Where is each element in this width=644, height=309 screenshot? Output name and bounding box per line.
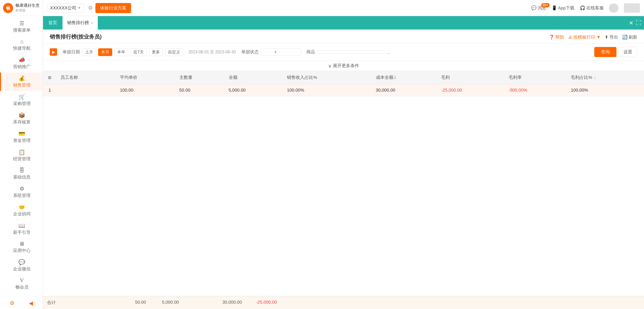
sort-icon[interactable]: ↕ xyxy=(594,75,596,80)
sidebar-item-guide[interactable]: 📖 新手引导 xyxy=(0,220,43,238)
app-download-button[interactable]: 📱 App下载 xyxy=(552,5,574,11)
sidebar-item-label: 应用中心 xyxy=(13,248,31,254)
sidebar-item-label: 快捷导航 xyxy=(13,45,31,51)
system-icon: ⚙ xyxy=(19,186,24,192)
data-table: ⚙ 员工名称 平均单价 主数量 全额 销售收入占比% 成本全额 ℹ 毛利 毛利率 xyxy=(43,71,644,96)
more-filter-dots[interactable]: ... xyxy=(386,49,390,55)
question-icon: ❓ xyxy=(549,35,554,40)
status-filter-group: 单据状态 ▼ xyxy=(241,49,301,56)
sidebar-item-label: 搜索菜单 xyxy=(13,27,31,33)
expand-arrow[interactable]: ▶ xyxy=(50,48,57,56)
sidebar-item-purchase[interactable]: 🛒 采购管理 xyxy=(0,91,43,109)
svg-text:畅: 畅 xyxy=(6,6,10,11)
td-employee xyxy=(56,84,116,96)
sidebar-item-inventory[interactable]: 📦 库存核算 xyxy=(0,109,43,128)
sidebar-item-enterprise[interactable]: 🤝 企业协同 xyxy=(0,201,43,220)
sidebar-item-search[interactable]: ☰ 搜索菜单 xyxy=(0,17,43,36)
filter-bar: ▶ 单据日期 上月 本月 本年 近7天 更多 自定义 2023-06-01 至 … xyxy=(43,44,644,61)
main-content: XXXXXX公司 ▼ ⚙ 体验行业方案 💬 消息 99+ 📱 App下载 🎧 在… xyxy=(43,0,644,309)
collapse-icon[interactable]: ◀ xyxy=(29,300,33,306)
export-button[interactable]: ⬆ 导出 xyxy=(605,34,618,40)
tab-active-label: 销售排行榜 xyxy=(67,20,89,26)
sidebar-item-label: 畅会员 xyxy=(15,284,29,290)
cost-info-icon[interactable]: ℹ xyxy=(394,75,396,80)
table-footer: 合计 50.00 5,000.00 30,000.00 -25,000.00 xyxy=(43,296,644,309)
message-button[interactable]: 💬 消息 99+ xyxy=(531,5,546,11)
date-filter-label: 单据日期 xyxy=(62,49,80,55)
sidebar-item-member[interactable]: V 畅会员 xyxy=(0,275,43,293)
refresh-icon: 🔄 xyxy=(622,35,628,40)
td-profit-ratio: 100.00% xyxy=(567,84,644,96)
table-row: 1 100.00 50.00 5,000.00 100.00% 30,000.0… xyxy=(43,84,644,96)
tab-home[interactable]: 首页 xyxy=(43,16,62,30)
td-cost: 30,000.00 xyxy=(372,84,437,96)
close-window-icon[interactable]: ✕ xyxy=(629,20,633,26)
footer-qty: 50.00 xyxy=(131,300,158,306)
goods-filter-group: 商品 ... xyxy=(306,49,390,55)
sidebar-item-operations[interactable]: 📋 经营管理 xyxy=(0,146,43,165)
message-badge: 99+ xyxy=(541,3,550,7)
avatar[interactable] xyxy=(609,3,618,13)
settings-bottom-icon[interactable]: ⚙ xyxy=(10,300,14,306)
status-filter-label: 单据状态 xyxy=(241,49,259,55)
filter-expand-icon[interactable]: ▶ xyxy=(50,48,57,56)
date-cur-month-btn[interactable]: 本月 xyxy=(98,48,112,56)
company-selector[interactable]: XXXXXX公司 ▼ xyxy=(47,3,84,13)
maximize-icon[interactable]: ⛶ xyxy=(636,20,641,26)
basic-info-icon: 🗄 xyxy=(19,167,25,173)
setting-button[interactable]: 设置 xyxy=(618,47,637,57)
expand-more-btn[interactable]: ∨ 展开更多条件 xyxy=(328,63,359,69)
topbar: XXXXXX公司 ▼ ⚙ 体验行业方案 💬 消息 99+ 📱 App下载 🎧 在… xyxy=(43,0,644,16)
sidebar-item-weixin[interactable]: 💬 企业微信 xyxy=(0,256,43,275)
sidebar-item-sales[interactable]: 💰 销售管理 xyxy=(0,72,43,91)
status-select[interactable]: ▼ xyxy=(261,49,301,56)
sidebar-item-label: 库存核算 xyxy=(13,119,31,125)
print-dropdown-icon: ▼ xyxy=(596,35,601,40)
guide-icon: 📖 xyxy=(18,222,25,229)
date-year-btn[interactable]: 本年 xyxy=(114,48,128,56)
online-service-button[interactable]: 🎧 在线客服 xyxy=(580,5,604,11)
td-sales-ratio: 100.00% xyxy=(283,84,372,96)
date-prev-month-btn[interactable]: 上月 xyxy=(82,48,96,56)
sidebar-item-label: 资金管理 xyxy=(13,138,31,144)
th-profit-rate: 毛利率 xyxy=(505,71,567,84)
help-label: 帮助 xyxy=(555,34,564,40)
sidebar-item-basic-info[interactable]: 🗄 基础信息 xyxy=(0,165,43,183)
date-more-btn[interactable]: 更多 xyxy=(149,48,163,56)
tab-close-icon[interactable]: × xyxy=(91,21,93,25)
td-rank: 1 xyxy=(43,84,56,96)
purchase-icon: 🛒 xyxy=(18,94,25,100)
refresh-label: 刷新 xyxy=(629,34,637,40)
date-range-display: 2023-06-01 至 2023-06-30 xyxy=(188,49,236,55)
help-button[interactable]: ❓ 帮助 xyxy=(549,34,564,40)
goods-select[interactable] xyxy=(317,50,384,54)
print-button[interactable]: 🖨 按模板打印 ▼ xyxy=(568,34,601,40)
sidebar-item-label: 新手引导 xyxy=(13,229,31,236)
sales-icon: 💰 xyxy=(18,75,25,82)
page-actions: ❓ 帮助 🖨 按模板打印 ▼ ⬆ 导出 🔄 刷新 xyxy=(549,34,637,40)
sidebar-item-system[interactable]: ⚙ 系统管理 xyxy=(0,183,43,201)
sidebar-item-nav[interactable]: ⌂ 快捷导航 xyxy=(0,36,43,54)
sidebar-item-finance[interactable]: 💳 资金管理 xyxy=(0,128,43,146)
expand-icon: ∨ xyxy=(328,63,332,68)
trial-button[interactable]: 体验行业方案 xyxy=(95,3,131,13)
sidebar-item-label: 采购管理 xyxy=(13,101,31,107)
footer-profit: -25,000.00 xyxy=(252,300,286,306)
date-custom-btn[interactable]: 自定义 xyxy=(165,48,183,56)
gear-icon[interactable]: ⚙ xyxy=(88,5,93,11)
sidebar-item-marketing[interactable]: 📣 营销推广 xyxy=(0,54,43,72)
marketing-icon: 📣 xyxy=(18,57,25,63)
sidebar-item-app-center[interactable]: 🖥 应用中心 xyxy=(0,238,43,256)
tab-sales-ranking[interactable]: 销售排行榜 × xyxy=(62,16,98,30)
headset-icon: 🎧 xyxy=(580,5,585,10)
td-profit-rate: -500.00% xyxy=(505,84,567,96)
td-profit: -25,000.00 xyxy=(437,84,505,96)
sidebar-item-label: 基础信息 xyxy=(13,174,31,180)
query-button[interactable]: 查询 xyxy=(594,47,616,57)
user-name[interactable] xyxy=(624,3,640,13)
weixin-icon: 💬 xyxy=(18,259,25,265)
th-avg-price: 平均单价 xyxy=(116,71,175,84)
refresh-button[interactable]: 🔄 刷新 xyxy=(622,34,637,40)
date-7days-btn[interactable]: 近7天 xyxy=(130,48,147,56)
page-content: 销售排行榜(按业务员) ❓ 帮助 🖨 按模板打印 ▼ ⬆ 导出 🔄 刷新 xyxy=(43,30,644,309)
